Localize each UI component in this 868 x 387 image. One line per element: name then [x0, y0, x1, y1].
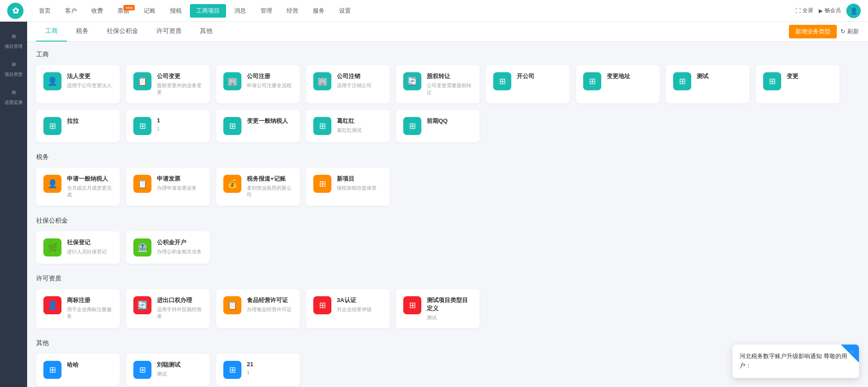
new-type-button[interactable]: 新增业务类型 [789, 25, 837, 38]
service-card-公积金开户[interactable]: 🏦公积金开户办理公积金相关业务 [126, 231, 210, 264]
nav-item-服务[interactable]: 服务 [307, 4, 331, 18]
nav-item-经营[interactable]: 经营 [280, 4, 305, 18]
service-icon: ⊞ [763, 72, 781, 90]
service-name: 21 [247, 361, 292, 368]
nav-item-首页[interactable]: 首页 [33, 4, 57, 18]
tab-社保公积金[interactable]: 社保公积金 [98, 22, 147, 42]
sidebar-item-项目类型[interactable]: ⊞项目类型 [0, 54, 27, 82]
service-icon: 📋 [133, 72, 151, 90]
cards-grid-许可资质: 👤商标注册用于企业商标注册服务🔄进出口权办理适用于对外贸易经营者📋食品经营许可证… [36, 289, 859, 328]
service-icon: 📋 [223, 296, 241, 314]
sidebar-item-label: 项目管理 [5, 43, 23, 50]
section-title-许可资质: 许可资质 [36, 275, 859, 283]
service-card-社保登记[interactable]: 🌿社保登记进行人员社保登记 [36, 231, 120, 264]
fullscreen-icon: ⛶ [795, 8, 801, 14]
service-card-税务报道+记账[interactable]: 💰税务报道+记账拿到营业执照的新公司 [216, 168, 300, 206]
service-card-拉拉[interactable]: ⊞拉拉 [36, 110, 120, 142]
service-card-公司注销[interactable]: 🏢公司注销适用于注销公司 [306, 65, 390, 103]
service-desc: 1 [247, 369, 292, 376]
nav-item-收费[interactable]: 收费 [85, 4, 109, 18]
service-name: 申请发票 [157, 175, 203, 183]
service-info: 3A认证对企业信誉评级 [337, 296, 382, 313]
service-name: 拉拉 [67, 117, 113, 125]
service-info: 刘聪测试测试 [157, 361, 203, 378]
service-name: 哈哈 [67, 361, 113, 369]
refresh-button[interactable]: ↻ 刷新 [840, 28, 859, 36]
service-card-刘聪测试[interactable]: ⊞刘聪测试测试 [126, 354, 210, 386]
nav-right: ⛶ 全屏 ▶ 畅会员 👤 [795, 4, 861, 18]
service-card-变更地址[interactable]: ⊞变更地址 [576, 65, 660, 103]
member-label: 畅会员 [825, 7, 841, 14]
service-card-变更一般纳税人[interactable]: ⊞变更一般纳税人 [216, 110, 300, 142]
nav-item-设置[interactable]: 设置 [333, 4, 357, 18]
service-card-测试项目类型目定义[interactable]: ⊞测试项目类型目定义测试 [396, 289, 480, 328]
nav-item-票据[interactable]: 票据new [111, 4, 136, 18]
service-card-测试[interactable]: ⊞测试 [666, 65, 750, 103]
nav-item-消息[interactable]: 消息 [228, 4, 252, 18]
service-name: 前期QQ [427, 117, 472, 125]
avatar[interactable]: 👤 [846, 4, 861, 18]
service-name: 公司注册 [247, 72, 292, 80]
service-icon: 👤 [43, 296, 61, 314]
service-desc: 适用于注销公司 [337, 82, 382, 89]
service-info: 测试 [697, 72, 742, 82]
nav-item-客户[interactable]: 客户 [59, 4, 83, 18]
section-title-工商: 工商 [36, 51, 859, 59]
service-card-申请一般纳税人[interactable]: 👤申请一般纳税人当月或次月成变更完成 [36, 168, 120, 206]
service-card-法人变更[interactable]: 👤法人变更适用于公司变更法人 [36, 65, 120, 103]
tab-许可资质[interactable]: 许可资质 [147, 22, 191, 42]
service-info: 申请发票办理申请发票业务 [157, 175, 203, 191]
service-card-公司变更[interactable]: 📋公司变更股权变更外的业务变更 [126, 65, 210, 103]
service-card-股权转让[interactable]: 🔄股权转让公司变更需要股权转让 [396, 65, 480, 103]
service-card-申请发票[interactable]: 📋申请发票办理申请发票业务 [126, 168, 210, 206]
service-icon: 🏦 [133, 238, 151, 256]
service-info: 哈哈 [67, 361, 113, 371]
top-nav: ✿ 首页客户收费票据new记账报税工商项目消息管理经营服务设置 ⛶ 全屏 ▶ 畅… [0, 0, 868, 22]
service-icon: 👤 [43, 175, 61, 193]
sidebar-item-进度监测[interactable]: ⊞进度监测 [0, 82, 27, 110]
fullscreen-btn[interactable]: ⛶ 全屏 [795, 7, 813, 14]
service-info: 拉拉 [67, 117, 113, 127]
service-desc: 办理食品经营许可证 [247, 306, 292, 313]
service-card-葛红红[interactable]: ⊞葛红红葛红红测试 [306, 110, 390, 142]
nav-item-工商项目[interactable]: 工商项目 [190, 4, 226, 18]
service-info: 进出口权办理适用于对外贸易经营者 [157, 296, 203, 320]
service-icon: ⊞ [313, 117, 331, 135]
service-icon: ⊞ [133, 117, 151, 135]
nav-item-管理[interactable]: 管理 [254, 4, 278, 18]
service-card-1[interactable]: ⊞11 [126, 110, 210, 142]
tab-工商[interactable]: 工商 [36, 22, 67, 42]
nav-item-记账[interactable]: 记账 [137, 4, 162, 18]
service-info: 开公司 [517, 72, 562, 82]
tab-其他[interactable]: 其他 [191, 22, 222, 42]
service-card-开公司[interactable]: ⊞开公司 [486, 65, 570, 103]
service-card-商标注册[interactable]: 👤商标注册用于企业商标注册服务 [36, 289, 120, 328]
service-name: 变更一般纳税人 [247, 117, 292, 125]
service-card-前期QQ[interactable]: ⊞前期QQ [396, 110, 480, 142]
service-name: 申请一般纳税人 [67, 175, 113, 183]
service-info: 社保登记进行人员社保登记 [67, 238, 113, 255]
service-info: 法人变更适用于公司变更法人 [67, 72, 113, 89]
service-info: 商标注册用于企业商标注册服务 [67, 296, 113, 320]
sidebar-item-label: 进度监测 [5, 99, 23, 106]
service-card-3A认证[interactable]: ⊞3A认证对企业信誉评级 [306, 289, 390, 328]
service-card-食品经营许可证[interactable]: 📋食品经营许可证办理食品经营许可证 [216, 289, 300, 328]
service-info: 公司注册申请公司注册全流程 [247, 72, 292, 89]
sidebar-item-项目管理[interactable]: ⊞项目管理 [0, 26, 27, 54]
tab-税务[interactable]: 税务 [67, 22, 98, 42]
cards-grid-工商: 👤法人变更适用于公司变更法人📋公司变更股权变更外的业务变更🏢公司注册申请公司注册… [36, 65, 859, 142]
popup-close-btn[interactable]: × [850, 348, 854, 356]
service-name: 测试 [697, 72, 742, 80]
service-name: 变更地址 [607, 72, 652, 80]
service-icon: 🔄 [133, 296, 151, 314]
member-btn[interactable]: ▶ 畅会员 [819, 7, 841, 14]
nav-item-报税[interactable]: 报税 [164, 4, 188, 18]
service-info: 变更地址 [607, 72, 652, 82]
service-card-新项目[interactable]: ⊞新项目报税加税控盘保管 [306, 168, 390, 206]
service-card-21[interactable]: ⊞211 [216, 354, 300, 386]
service-card-进出口权办理[interactable]: 🔄进出口权办理适用于对外贸易经营者 [126, 289, 210, 328]
service-card-公司注册[interactable]: 🏢公司注册申请公司注册全流程 [216, 65, 300, 103]
service-card-哈哈[interactable]: ⊞哈哈 [36, 354, 120, 386]
service-name: 公司变更 [157, 72, 203, 80]
service-card-变更[interactable]: ⊞变更 [756, 65, 840, 103]
